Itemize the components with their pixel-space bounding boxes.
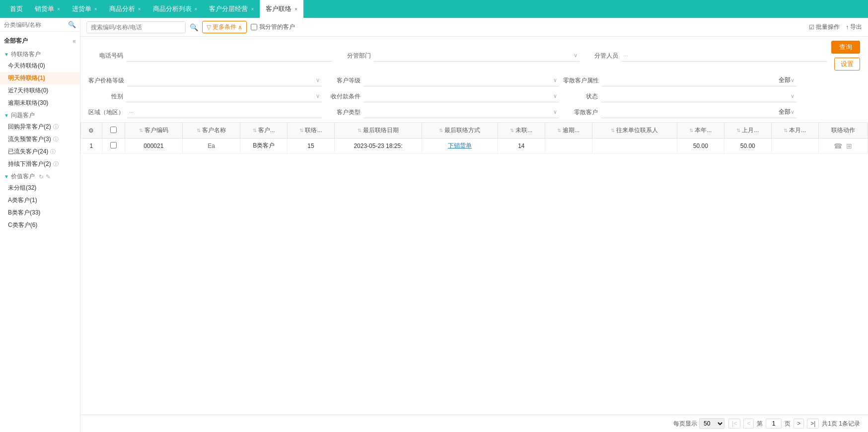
retail-attr-label: 零散客户属性: [563, 76, 599, 85]
export-button[interactable]: ↑ 导出: [846, 23, 862, 31]
col-settings[interactable]: ⚙: [81, 123, 102, 139]
nav-product-analysis[interactable]: 商品分析 ×: [103, 0, 147, 18]
sidebar-all-customers-header[interactable]: 全部客户 «: [4, 35, 76, 47]
customer-level-label: 客户等级: [326, 76, 361, 85]
page-input[interactable]: [766, 419, 782, 429]
nav-purchase-order[interactable]: 进货单 ×: [66, 0, 103, 18]
first-page-button[interactable]: |<: [728, 419, 740, 429]
my-customers-checkbox[interactable]: 我分管的客户: [251, 23, 295, 31]
manager-input[interactable]: ···: [621, 50, 827, 62]
nav-close-icon-active[interactable]: ×: [294, 6, 297, 12]
col-contact-person[interactable]: ⇅往来单位联系人: [592, 123, 677, 139]
sidebar-item-declining[interactable]: 持续下滑客户(2) ⓘ: [0, 158, 80, 170]
cell-code: 000021: [125, 139, 182, 153]
col-last-contact-date[interactable]: ⇅最后联络日期: [334, 123, 422, 139]
sidebar-search-icon[interactable]: 🔍: [68, 21, 76, 28]
right-actions: ☑ 批量操作 ↑ 导出: [809, 23, 862, 31]
chevron-down-icon: ∨: [791, 109, 795, 115]
phone-input[interactable]: [126, 50, 332, 62]
dept-select[interactable]: ∨: [374, 50, 580, 62]
refresh-icon[interactable]: ↻: [39, 173, 44, 180]
sidebar-item-churn-warning[interactable]: 流失预警客户(3) ⓘ: [0, 133, 80, 145]
page-size-select[interactable]: 50 100 200: [699, 418, 724, 429]
select-all-checkbox[interactable]: [110, 127, 117, 133]
next-page-button[interactable]: >: [794, 419, 804, 429]
status-select[interactable]: ∨: [601, 90, 796, 102]
region-field: 区域（地区） ···: [88, 106, 322, 118]
sidebar-item-type-c[interactable]: C类客户(6): [0, 219, 80, 231]
col-last-month[interactable]: ⇅上月...: [724, 123, 771, 139]
row-checkbox[interactable]: [110, 142, 117, 148]
col-this-month[interactable]: ⇅本月...: [771, 123, 818, 139]
search-input[interactable]: [86, 21, 186, 33]
price-level-select[interactable]: ∨: [127, 74, 322, 86]
nav-home[interactable]: 首页: [4, 0, 29, 18]
retail-attr-select[interactable]: 全部 ∨: [602, 74, 796, 86]
phone-action-icon[interactable]: ☎: [834, 142, 842, 150]
sidebar-item-type-b[interactable]: B类客户(33): [0, 207, 80, 219]
col-this-year[interactable]: ⇅本年...: [677, 123, 724, 139]
chevron-down-icon: ∨: [791, 77, 795, 83]
last-page-button[interactable]: >|: [807, 419, 819, 429]
contact-method-link[interactable]: 下销货单: [448, 142, 472, 149]
filter-row-1: 电话号码 分管部门 ∨ 分管人员 ··· 查询 设置: [88, 41, 860, 71]
sidebar-item-repurchase-abnormal[interactable]: 回购异常客户(2) ⓘ: [0, 121, 80, 133]
region-input[interactable]: ···: [127, 106, 322, 118]
chevron-up-icon: ∧: [238, 24, 242, 31]
nav-close-icon[interactable]: ×: [251, 6, 254, 12]
edit-icon[interactable]: ✎: [46, 173, 51, 180]
settings-icon: ⚙: [88, 127, 94, 134]
col-last-contact-method[interactable]: ⇅最后联络方式: [422, 123, 498, 139]
customer-type-select[interactable]: ∨: [363, 106, 559, 118]
nav-sales-order[interactable]: 销货单 ×: [29, 0, 66, 18]
retail-customer-select[interactable]: 全部 ∨: [601, 106, 796, 118]
nav-close-icon[interactable]: ×: [138, 6, 141, 12]
grid-action-icon[interactable]: ⊞: [846, 142, 852, 150]
manager-field: 分管人员 ···: [583, 50, 827, 62]
col-overdue[interactable]: ⇅逾期...: [545, 123, 592, 139]
cell-last-contact-date: 2023-05-23 18:25:: [334, 139, 422, 153]
nav-close-icon[interactable]: ×: [57, 6, 60, 12]
cell-index: 1: [81, 139, 102, 153]
region-label: 区域（地区）: [88, 108, 124, 117]
sidebar-item-tomorrow-pending[interactable]: 明天待联络(1): [0, 72, 80, 84]
chevron-down-icon: ∨: [791, 93, 795, 99]
cell-not-contacted: 14: [498, 139, 545, 153]
chevron-down-icon: ∨: [553, 93, 557, 99]
nav-product-analysis-list[interactable]: 商品分析列表 ×: [147, 0, 204, 18]
col-name[interactable]: ⇅客户名称: [182, 123, 240, 139]
customer-level-select[interactable]: ∨: [363, 74, 559, 86]
gender-label: 性别: [88, 92, 123, 101]
col-not-contacted[interactable]: ⇅未联...: [498, 123, 545, 139]
sidebar-item-churned[interactable]: 已流失客户(24) ⓘ: [0, 145, 80, 158]
sidebar-item-7days-pending[interactable]: 近7天待联络(0): [0, 84, 80, 97]
status-label: 状态: [563, 92, 598, 101]
sidebar-item-today-pending[interactable]: 今天待联络(0): [0, 60, 80, 72]
filter-icon: ▽: [207, 24, 211, 31]
nav-close-icon[interactable]: ×: [94, 6, 97, 12]
col-type[interactable]: ⇅客户...: [240, 123, 288, 139]
table-header-row: ⚙ ⇅客户编码 ⇅客户名称 ⇅客户... ⇅联络... ⇅最后联络日期 ⇅最后联…: [81, 123, 868, 139]
set-button[interactable]: 设置: [834, 58, 860, 71]
nav-close-icon[interactable]: ×: [195, 6, 198, 12]
my-customers-check[interactable]: [251, 24, 257, 30]
payment-select[interactable]: ∨: [363, 90, 559, 102]
cell-last-contact-method[interactable]: 下销货单: [422, 139, 498, 153]
col-checkbox[interactable]: [102, 123, 125, 139]
sidebar-item-overdue-pending[interactable]: 逾期未联络(30): [0, 97, 80, 109]
batch-operation-button[interactable]: ☑ 批量操作: [809, 23, 840, 31]
sidebar-search-input[interactable]: [4, 21, 66, 28]
query-button[interactable]: 查询: [831, 41, 860, 54]
more-conditions-button[interactable]: ▽ 更多条件 ∧: [202, 21, 247, 33]
nav-customer-tier[interactable]: 客户分层经营 ×: [203, 0, 260, 18]
phone-label: 电话号码: [88, 52, 123, 60]
col-contact-count[interactable]: ⇅联络...: [288, 123, 335, 139]
prev-page-button[interactable]: <: [743, 419, 754, 429]
nav-customer-contact[interactable]: 客户联络 ×: [260, 0, 303, 18]
col-code[interactable]: ⇅客户编码: [125, 123, 182, 139]
search-button[interactable]: 🔍: [190, 23, 198, 31]
gender-select[interactable]: ∨: [126, 90, 322, 102]
sidebar-item-ungrouped[interactable]: 未分组(32): [0, 182, 80, 194]
sidebar-item-type-a[interactable]: A类客户(1): [0, 194, 80, 207]
cell-checkbox[interactable]: [102, 139, 125, 153]
